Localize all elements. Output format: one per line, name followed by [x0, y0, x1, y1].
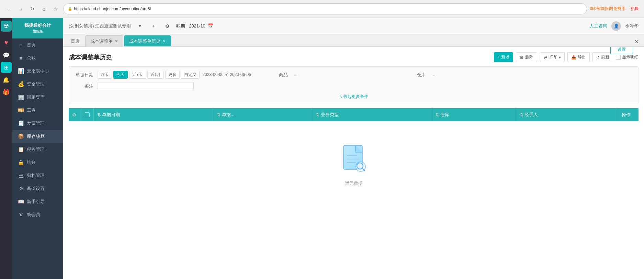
bookmark-button[interactable]: ☆	[51, 4, 60, 14]
sidebar-item-tax[interactable]: 📋 税务管理	[12, 143, 63, 156]
product-ellipsis[interactable]: ···	[292, 72, 300, 78]
calendar-icon[interactable]: 📅	[208, 23, 213, 29]
sidebar-label-guide: 新手引导	[27, 199, 45, 205]
inventory-icon: 📦	[18, 133, 24, 140]
sidebar-item-payroll[interactable]: 💴 工资	[12, 104, 63, 117]
add-company-button[interactable]: ＋	[149, 21, 158, 31]
payroll-icon: 💴	[18, 107, 24, 113]
refresh-button[interactable]: ↺ 刷新	[592, 52, 613, 62]
date-today[interactable]: 今天	[113, 71, 128, 79]
icon-bar-gift[interactable]: 🎁	[1, 87, 12, 98]
tab-cost-adjust-history-label: 成本调整单历史	[129, 38, 160, 44]
sidebar-item-home[interactable]: ⌂ 首页	[12, 38, 63, 52]
forward-button[interactable]: →	[16, 4, 25, 14]
empty-state: 暂元数据	[69, 121, 639, 207]
th-ops-label: 操作	[622, 112, 631, 117]
icon-bar-bell[interactable]: 🔔	[1, 74, 12, 85]
date-more[interactable]: 更多	[165, 71, 180, 79]
date-custom[interactable]: 自定义	[181, 71, 200, 79]
icon-bar-logo: ☢	[1, 21, 12, 32]
home-browser-button[interactable]: ⌂	[39, 4, 49, 14]
date-shortcuts: 昨天 今天 近7天 近1月 更多 自定义 2023-06-06 至 2023-0…	[98, 71, 251, 79]
tax-icon: 📋	[18, 146, 24, 153]
table-settings-button[interactable]: 设置	[610, 47, 633, 54]
invoice-icon: 🧾	[18, 120, 24, 126]
sidebar-item-reports[interactable]: 📊 云报表中心	[12, 65, 63, 78]
header-checkbox[interactable]	[85, 112, 90, 117]
icon-bar-apps[interactable]: ⊞	[1, 62, 12, 73]
tab-cost-adjust-close[interactable]: ✕	[115, 39, 118, 44]
collapse-icon: ∧	[339, 94, 342, 99]
sidebar-label-ledger: 总账	[27, 55, 36, 61]
guide-icon: 📖	[18, 199, 24, 205]
sidebar-logo: 畅捷通好会计 旗舰版	[12, 18, 63, 38]
tab-cost-adjust[interactable]: 成本调整单 ✕	[85, 35, 123, 46]
sidebar-item-archive[interactable]: 🗃 归档管理	[12, 169, 63, 182]
sidebar-label-settings: 基础设置	[27, 186, 45, 192]
th-checkbox[interactable]	[81, 108, 93, 121]
sidebar-item-settings[interactable]: ⚙ 基础设置	[12, 182, 63, 195]
sort-handler-icon[interactable]: ⇅	[520, 112, 523, 117]
th-number: ⇅ 单据...	[213, 108, 312, 121]
export-button[interactable]: 📤 导出	[567, 52, 590, 62]
th-settings[interactable]: ⚙	[69, 108, 81, 121]
print-button[interactable]: 🖨 打印 ▾	[540, 52, 565, 62]
tab-home[interactable]: 首页	[66, 35, 84, 46]
sort-number-icon[interactable]: ⇅	[217, 112, 221, 117]
tab-cost-adjust-history-close[interactable]: ✕	[162, 39, 166, 44]
sidebar-item-funds[interactable]: 💰 资金管理	[12, 78, 63, 91]
company-dropdown-button[interactable]: ▼	[135, 21, 145, 31]
settings-col-icon[interactable]: ⚙	[72, 112, 76, 118]
icon-bar-chat[interactable]: 💬	[1, 49, 12, 60]
tab-cost-adjust-history[interactable]: 成本调整单历史 ✕	[124, 35, 171, 46]
header-row: ⚙ ⇅ 单据日期 ⇅ 单据...	[69, 108, 639, 121]
filter-row-date: 单据日期 昨天 今天 近7天 近1月 更多 自定义 2023-06-06 至 2…	[75, 71, 633, 79]
icon-bar: ☢ ♥ 💬 ⊞ 🔔 🎁	[0, 18, 12, 279]
date-1month[interactable]: 近1月	[147, 71, 164, 79]
date-range-display: 2023-06-06 至 2023-06-06	[202, 72, 251, 78]
sidebar-label-funds: 资金管理	[27, 81, 45, 87]
sort-date-icon[interactable]: ⇅	[97, 112, 101, 117]
delete-button[interactable]: 🗑 删除	[516, 52, 537, 62]
new-button[interactable]: + 新增	[494, 52, 513, 62]
settings-gear-button[interactable]: ⚙	[162, 21, 172, 31]
sidebar-item-inventory[interactable]: 📦 库存核算	[12, 130, 63, 143]
back-button[interactable]: ←	[4, 4, 14, 14]
sidebar-item-guide[interactable]: 📖 新手引导	[12, 195, 63, 208]
sidebar-label-assets: 固定资产	[27, 94, 45, 100]
sidebar-label-invoice: 发票管理	[27, 120, 45, 126]
remark-input[interactable]	[98, 82, 194, 90]
warehouse-ellipsis[interactable]: ···	[430, 72, 437, 78]
sidebar-item-close[interactable]: 🔒 结账	[12, 156, 63, 169]
th-warehouse-label: 仓库	[440, 112, 449, 117]
browser-nav[interactable]: ← → ↻ ⌂ ☆	[4, 4, 60, 14]
refresh-browser-button[interactable]: ↻	[27, 4, 37, 14]
sort-warehouse-icon[interactable]: ⇅	[436, 112, 439, 117]
sidebar-label-reports: 云报表中心	[27, 68, 49, 74]
settings-icon: ⚙	[18, 186, 24, 192]
page-title: 成本调整单历史	[69, 53, 112, 62]
date-yesterday[interactable]: 昨天	[98, 71, 112, 79]
sidebar-item-assets[interactable]: 🏢 固定资产	[12, 91, 63, 104]
date-7days[interactable]: 近7天	[129, 71, 146, 79]
sidebar-item-invoice[interactable]: 🧾 发票管理	[12, 117, 63, 130]
address-bar[interactable]: 🔒 https://cloud.chanjet.com/accounting/u…	[63, 3, 587, 14]
collapse-bar[interactable]: ∧ 收起更多条件	[75, 94, 633, 100]
table-container: ⚙ ⇅ 单据日期 ⇅ 单据...	[69, 108, 639, 207]
sidebar-item-ledger[interactable]: ≡ 总账	[12, 52, 63, 65]
sidebar-item-member[interactable]: V 畅会员	[12, 208, 63, 221]
app-container: ☢ ♥ 💬 ⊞ 🔔 🎁 畅捷通好会计 旗舰版 ⌂ 首页 ≡ 总账 📊 云报表中心	[0, 18, 644, 279]
sidebar-nav: ⌂ 首页 ≡ 总账 📊 云报表中心 💰 资金管理 🏢 固定资产 💴 工资	[12, 38, 63, 279]
icon-bar-social[interactable]: ♥	[1, 37, 12, 48]
sidebar-label-member: 畅会员	[27, 212, 40, 218]
sort-biztype-icon[interactable]: ⇅	[316, 112, 319, 117]
sidebar-label-inventory: 库存核算	[27, 133, 45, 140]
display-checkbox[interactable]	[616, 55, 621, 60]
hot-label: 热搜	[630, 6, 640, 12]
close-window-button[interactable]: ✕	[632, 37, 641, 46]
sidebar-label-home: 首页	[27, 42, 36, 48]
browser-chrome: ← → ↻ ⌂ ☆ 🔒 https://cloud.chanjet.com/ac…	[0, 0, 644, 18]
consult-button[interactable]: 人工咨询	[589, 23, 607, 29]
th-date-label: 单据日期	[102, 112, 120, 117]
empty-cell: 暂元数据	[69, 121, 639, 207]
